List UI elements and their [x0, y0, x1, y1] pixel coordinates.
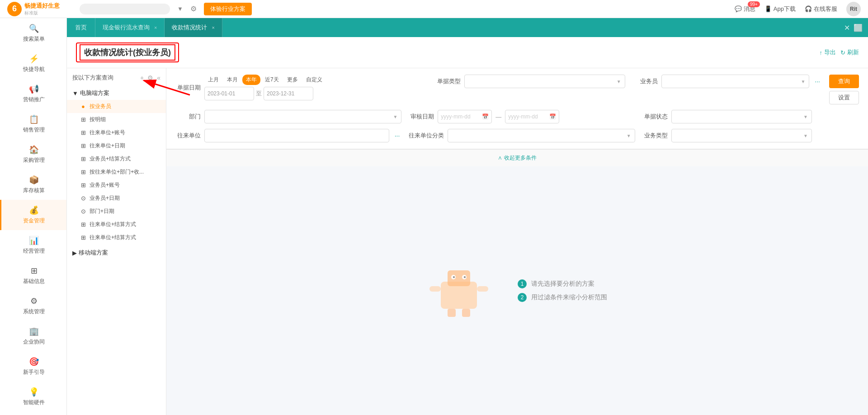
- review-date-label: 审核日期: [409, 113, 434, 121]
- sidebar-item-guide[interactable]: 🎯 新手引导: [0, 351, 66, 382]
- tab-window-close-icon[interactable]: ✕: [844, 24, 850, 32]
- salesperson-select-arrow: ▼: [801, 79, 805, 84]
- svg-point-4: [453, 276, 455, 278]
- sidebar-item-inventory[interactable]: 📦 库存核算: [0, 170, 66, 200]
- tree-expand-icon-mobile: ▶: [72, 250, 77, 256]
- search-menu-icon: 🔍: [29, 24, 39, 33]
- counterpart-select[interactable]: [204, 129, 389, 142]
- dept-select[interactable]: ▼: [204, 110, 401, 123]
- sidebar-item-wechat[interactable]: 💬 企业微信: [0, 412, 66, 415]
- tab-home[interactable]: 首页: [67, 18, 95, 37]
- tree-item-by-salesperson[interactable]: ● 按业务员: [67, 100, 166, 113]
- tree-item-salesperson-payment[interactable]: ⊞ 业务员+结算方式: [67, 152, 166, 165]
- tree-item-complex[interactable]: ⊞ 按往来单位+部门+收...: [67, 165, 166, 179]
- sidebar-item-quicknav[interactable]: ⚡ 快捷导航: [0, 48, 66, 79]
- inventory-icon: 📦: [29, 175, 39, 185]
- tab-close-receipt-stats[interactable]: ×: [212, 25, 214, 30]
- quicknav-icon: ⚡: [29, 54, 39, 64]
- sidebar-item-operations[interactable]: 📊 经营管理: [0, 230, 66, 260]
- sidebar-item-search[interactable]: 🔍 搜索菜单: [0, 18, 66, 48]
- tree-item-counterpart-payment1[interactable]: ⊞ 往来单位+结算方式: [67, 218, 166, 231]
- review-from-placeholder: yyyy-mm-dd: [441, 113, 470, 120]
- notification-area[interactable]: 💬 消息 99+: [735, 5, 755, 13]
- operations-icon: 📊: [29, 236, 39, 245]
- top-bar-left: 6 畅捷通好生意 标准版: [7, 3, 61, 15]
- date-from-input[interactable]: 2023-01-01: [204, 87, 254, 100]
- trial-button[interactable]: 体验行业方案: [204, 3, 252, 15]
- tree-item-counterpart-account[interactable]: ⊞ 往来单位+账号: [67, 126, 166, 139]
- counterpart-class-select[interactable]: ▼: [448, 129, 635, 142]
- doc-type-select[interactable]: ▼: [464, 75, 625, 88]
- tree-item-salesperson-date[interactable]: ⊙ 业务员+日期: [67, 192, 166, 205]
- dept-select-arrow: ▼: [393, 114, 397, 119]
- tree-section-mobile-title[interactable]: ▶ 移动端方案: [67, 246, 166, 259]
- collapse-more-conditions[interactable]: ∧ 收起更多条件: [166, 149, 868, 166]
- add-scheme-button[interactable]: +: [140, 74, 144, 81]
- tree-item-counterpart-date[interactable]: ⊞ 往来单位+日期: [67, 139, 166, 152]
- date-shortcut-custom[interactable]: 自定义: [302, 75, 326, 85]
- tree-item-icon-4: ⊞: [80, 169, 87, 175]
- svg-point-5: [464, 276, 466, 278]
- export-label: 导出: [824, 48, 836, 57]
- breadcrumb-area: [80, 4, 170, 14]
- sidebar-item-enterprise[interactable]: 🏢 企业协同: [0, 321, 66, 351]
- date-to-input[interactable]: 2023-12-31: [264, 87, 313, 100]
- query-button[interactable]: 查询: [829, 75, 859, 88]
- review-date-from-input[interactable]: yyyy-mm-dd 📅: [438, 110, 492, 123]
- sidebar-item-label: 搜索菜单: [23, 35, 45, 43]
- tab-bar-end: ✕ ⬜: [844, 24, 868, 32]
- dropdown-arrow-icon[interactable]: ▼: [177, 5, 183, 12]
- date-shortcut-this-year[interactable]: 本年: [242, 75, 260, 85]
- salesperson-more-btn[interactable]: ···: [813, 78, 822, 85]
- notification-badge: 99+: [748, 1, 760, 7]
- date-shortcut-7days[interactable]: 近7天: [261, 75, 283, 85]
- tree-item-counterpart-payment2[interactable]: ⊞ 往来单位+结算方式: [67, 231, 166, 244]
- app-name: 畅捷通好生意: [24, 2, 60, 10]
- sidebar-item-basics[interactable]: ⊞ 基础信息: [0, 260, 66, 291]
- doc-status-select[interactable]: ▼: [671, 110, 812, 123]
- gear-icon[interactable]: ⚙: [190, 5, 197, 13]
- hardware-icon: 💡: [29, 387, 39, 397]
- svg-rect-6: [429, 286, 441, 292]
- tab-close-bank-flow[interactable]: ×: [154, 25, 157, 30]
- counterpart-more-btn[interactable]: ···: [393, 132, 402, 139]
- empty-steps: 1 请先选择要分析的方案 2 用过滤条件来缩小分析范围: [518, 279, 607, 302]
- settings-button[interactable]: 设置: [829, 91, 859, 104]
- marketing-icon: 📢: [29, 84, 39, 94]
- date-shortcut-this-month[interactable]: 本月: [223, 75, 241, 85]
- panel-title: 按以下方案查询: [72, 74, 113, 82]
- online-service-link[interactable]: 🎧 在线客服: [805, 5, 837, 13]
- bank-flow-tab-label: 现金银行流水查询: [103, 24, 150, 32]
- biz-type-select[interactable]: ▼: [671, 129, 812, 142]
- biz-type-label: 业务类型: [642, 132, 668, 140]
- sidebar-item-system[interactable]: ⚙ 系统管理: [0, 291, 66, 321]
- tree-item-icon-6: ⊙: [80, 195, 87, 202]
- sidebar-item-purchase[interactable]: 🏠 采购管理: [0, 139, 66, 170]
- sidebar-item-finance[interactable]: 💰 资金管理: [0, 200, 66, 230]
- tab-bar: 首页 现金银行流水查询 × 收款情况统计 × ✕ ⬜: [67, 18, 868, 37]
- sidebar-item-label: 系统管理: [23, 308, 45, 316]
- app-logo: 6 畅捷通好生意 标准版: [7, 3, 61, 15]
- tree-item-salesperson-account[interactable]: ⊞ 业务员+账号: [67, 179, 166, 192]
- tree-section-desktop-title[interactable]: ▼ 电脑端方案: [67, 86, 166, 100]
- sidebar-item-hardware[interactable]: 💡 智能硬件: [0, 382, 66, 412]
- sidebar-item-marketing[interactable]: 📢 营销推广: [0, 79, 66, 109]
- tree-item-detail[interactable]: ⊞ 按明细: [67, 113, 166, 126]
- tab-maximize-icon[interactable]: ⬜: [854, 24, 863, 32]
- user-avatar[interactable]: Rit: [846, 2, 861, 16]
- salesperson-select[interactable]: ▼: [661, 75, 810, 88]
- app-download-link[interactable]: 📱 App下载: [764, 5, 796, 13]
- tree-item-label: 往来单位+账号: [90, 129, 125, 137]
- tree-item-dept-date[interactable]: ⊙ 部门+日期: [67, 205, 166, 218]
- panel-collapse-icon[interactable]: «: [157, 74, 160, 81]
- date-shortcut-more[interactable]: 更多: [283, 75, 302, 85]
- tab-bank-flow[interactable]: 现金银行流水查询 ×: [95, 18, 165, 37]
- review-date-to-input[interactable]: yyyy-mm-dd 📅: [505, 110, 559, 123]
- date-shortcut-last-month[interactable]: 上月: [204, 75, 222, 85]
- refresh-button[interactable]: ↻ 刷新: [840, 48, 859, 57]
- sidebar-item-label: 新手引导: [23, 368, 45, 376]
- sidebar-item-sales[interactable]: 📋 销售管理: [0, 109, 66, 139]
- export-button[interactable]: ↑ 导出: [820, 48, 836, 57]
- tab-receipt-stats[interactable]: 收款情况统计 ×: [165, 18, 222, 37]
- scheme-settings-icon[interactable]: ⚙: [147, 74, 153, 81]
